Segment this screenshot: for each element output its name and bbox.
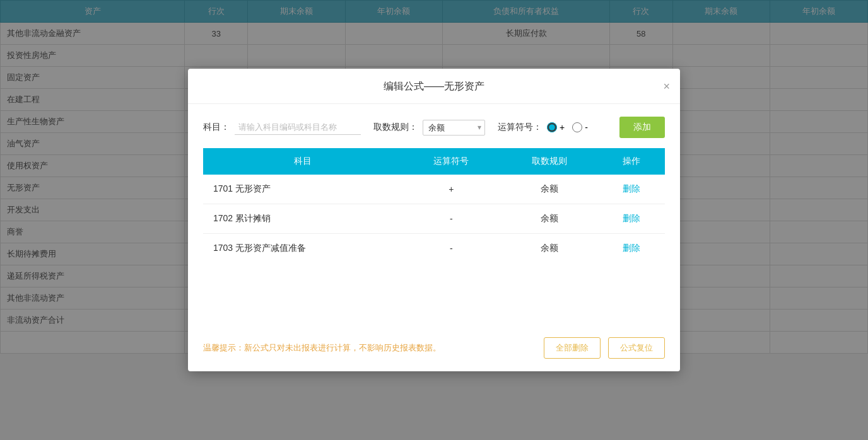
- formula-operator: -: [402, 234, 500, 263]
- formula-subject: 1703 无形资产减值准备: [203, 234, 402, 263]
- form-row: 科目： 取数规则： 余额 借方 贷方 借方发生额 贷方发生额 运算符号：: [188, 104, 680, 148]
- subject-input[interactable]: [235, 120, 361, 135]
- formula-subject: 1702 累计摊销: [203, 204, 402, 234]
- operator-plus-input[interactable]: [547, 122, 557, 132]
- formula-row: 1703 无形资产减值准备-余额删除: [203, 234, 665, 263]
- modal-header: 编辑公式——无形资产 ×: [188, 69, 680, 104]
- formula-rule: 余额: [500, 175, 598, 204]
- delete-link[interactable]: 删除: [623, 183, 640, 194]
- formula-operator: -: [402, 204, 500, 234]
- th-subject: 科目: [203, 148, 402, 175]
- footer-buttons: 全部删除 公式复位: [544, 337, 665, 359]
- formula-action: 删除: [598, 175, 665, 204]
- operator-plus-radio[interactable]: +: [547, 122, 565, 132]
- modal-dialog: 编辑公式——无形资产 × 科目： 取数规则： 余额 借方 贷方 借方发生额 贷方…: [188, 69, 680, 371]
- rule-group: 取数规则： 余额 借方 贷方 借方发生额 贷方发生额: [373, 120, 485, 136]
- data-table-area: 科目 运算符号 取数规则 操作 1701 无形资产+余额删除1702 累计摊销-…: [188, 148, 680, 322]
- modal-overlay: 编辑公式——无形资产 × 科目： 取数规则： 余额 借方 贷方 借方发生额 贷方…: [0, 0, 868, 440]
- delete-link[interactable]: 删除: [623, 243, 640, 253]
- reset-formula-button[interactable]: 公式复位: [608, 337, 665, 359]
- formula-row: 1702 累计摊销-余额删除: [203, 204, 665, 234]
- modal-title: 编辑公式——无形资产: [384, 80, 484, 93]
- footer-tip: 温馨提示：新公式只对未出报表进行计算，不影响历史报表数据。: [203, 342, 441, 354]
- operator-group: 运算符号： + -: [498, 122, 588, 133]
- formula-subject: 1701 无形资产: [203, 175, 402, 204]
- th-operator: 运算符号: [402, 148, 500, 175]
- rule-label: 取数规则：: [373, 122, 418, 133]
- formula-action: 删除: [598, 204, 665, 234]
- operator-plus-label: +: [560, 122, 565, 132]
- operator-minus-label: -: [585, 122, 588, 132]
- formula-row: 1701 无形资产+余额删除: [203, 175, 665, 204]
- formula-action: 删除: [598, 234, 665, 263]
- operator-label: 运算符号：: [498, 122, 542, 133]
- th-rule: 取数规则: [500, 148, 598, 175]
- formula-rule: 余额: [500, 234, 598, 263]
- delete-all-button[interactable]: 全部删除: [544, 337, 601, 359]
- formula-table: 科目 运算符号 取数规则 操作 1701 无形资产+余额删除1702 累计摊销-…: [203, 148, 665, 263]
- add-button[interactable]: 添加: [619, 117, 665, 138]
- rule-select-wrap: 余额 借方 贷方 借方发生额 贷方发生额: [423, 120, 485, 136]
- delete-link[interactable]: 删除: [623, 213, 640, 223]
- subject-group: 科目：: [203, 120, 361, 135]
- operator-radio-group: + -: [547, 122, 588, 132]
- modal-footer: 温馨提示：新公式只对未出报表进行计算，不影响历史报表数据。 全部删除 公式复位: [188, 327, 680, 371]
- table-header-row: 科目 运算符号 取数规则 操作: [203, 148, 665, 175]
- th-action: 操作: [598, 148, 665, 175]
- modal-close-button[interactable]: ×: [663, 81, 670, 92]
- rule-select[interactable]: 余额 借方 贷方 借方发生额 贷方发生额: [423, 120, 485, 136]
- operator-minus-input[interactable]: [572, 122, 582, 132]
- formula-operator: +: [402, 175, 500, 204]
- subject-label: 科目：: [203, 122, 230, 133]
- formula-rule: 余额: [500, 204, 598, 234]
- operator-minus-radio[interactable]: -: [572, 122, 588, 132]
